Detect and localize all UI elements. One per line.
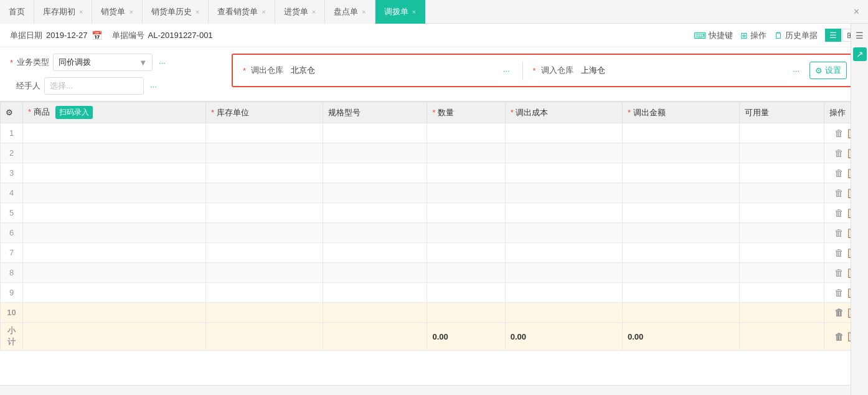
delete-icon-6[interactable]: 🗑	[834, 227, 844, 238]
tab-stocktake-close[interactable]: ×	[362, 8, 366, 16]
row-available-9[interactable]	[740, 283, 824, 303]
transfer-in-more[interactable]: ···	[790, 66, 802, 75]
tab-sales-history[interactable]: 销货单历史 ×	[143, 0, 209, 24]
row-unit-4[interactable]	[205, 183, 323, 203]
sidebar-export-icon[interactable]: ↗	[853, 47, 867, 61]
row-product-7[interactable]	[23, 243, 206, 263]
scan-button[interactable]: 扫码录入	[55, 106, 93, 119]
row-spec-3[interactable]	[323, 163, 427, 183]
tab-inventory-init-close[interactable]: ×	[79, 8, 83, 16]
row-amount-7[interactable]	[622, 243, 739, 263]
row-amount-6[interactable]	[622, 223, 739, 243]
row-spec-8[interactable]	[323, 263, 427, 283]
business-type-more[interactable]: ···	[156, 58, 168, 67]
tab-transfer-close[interactable]: ×	[412, 8, 416, 16]
row-product-5[interactable]	[23, 203, 206, 223]
col-gear[interactable]: ⚙	[1, 102, 23, 123]
row-amount-3[interactable]	[622, 163, 739, 183]
delete-icon-7[interactable]: 🗑	[834, 247, 844, 258]
row-spec-5[interactable]	[323, 203, 427, 223]
tab-stocktake[interactable]: 盘点单 ×	[325, 0, 375, 24]
row-unit-6[interactable]	[205, 223, 323, 243]
tab-home[interactable]: 首页	[0, 0, 34, 24]
business-type-select[interactable]: 同价调拨 ▼	[53, 54, 153, 71]
row-amount-8[interactable]	[622, 263, 739, 283]
row-unit-2[interactable]	[205, 143, 323, 163]
delete-icon-4[interactable]: 🗑	[834, 188, 844, 198]
row-product-10[interactable]	[23, 303, 206, 323]
row-quantity-2[interactable]	[427, 143, 505, 163]
row-available-10[interactable]	[740, 303, 824, 323]
tab-view-sales[interactable]: 查看销货单 ×	[209, 0, 275, 24]
row-product-4[interactable]	[23, 183, 206, 203]
row-quantity-8[interactable]	[427, 263, 505, 283]
tab-sales-history-close[interactable]: ×	[196, 8, 199, 16]
row-spec-7[interactable]	[323, 243, 427, 263]
sidebar-list-icon[interactable]: ☰	[853, 29, 867, 42]
row-quantity-6[interactable]	[427, 223, 505, 243]
row-spec-2[interactable]	[323, 143, 427, 163]
row-product-3[interactable]	[23, 163, 206, 183]
row-spec-10[interactable]	[323, 303, 427, 323]
handler-select[interactable]: 选择...	[44, 77, 144, 95]
tab-sales-order-close[interactable]: ×	[129, 8, 133, 16]
tab-inventory-init[interactable]: 库存期初 ×	[34, 0, 92, 24]
row-spec-4[interactable]	[323, 183, 427, 203]
delete-icon-2[interactable]: 🗑	[834, 148, 844, 158]
tab-sales-order[interactable]: 销货单 ×	[92, 0, 142, 24]
row-unit-1[interactable]	[205, 123, 323, 143]
delete-icon-9[interactable]: 🗑	[834, 287, 844, 298]
row-amount-2[interactable]	[622, 143, 739, 163]
shortcuts-button[interactable]: ⌨ 快捷键	[694, 30, 733, 41]
row-amount-5[interactable]	[622, 203, 739, 223]
row-cost-1[interactable]	[505, 123, 622, 143]
delete-icon-10[interactable]: 🗑	[834, 307, 844, 318]
row-spec-1[interactable]	[323, 123, 427, 143]
tab-view-sales-close[interactable]: ×	[262, 8, 265, 16]
calendar-icon[interactable]: 📅	[92, 31, 102, 40]
row-cost-2[interactable]	[505, 143, 622, 163]
row-quantity-4[interactable]	[427, 183, 505, 203]
history-button[interactable]: 🗒 历史单据	[774, 30, 818, 41]
operations-button[interactable]: ⊞ 操作	[740, 30, 767, 41]
row-quantity-3[interactable]	[427, 163, 505, 183]
row-unit-9[interactable]	[205, 283, 323, 303]
row-quantity-5[interactable]	[427, 203, 505, 223]
row-unit-7[interactable]	[205, 243, 323, 263]
row-cost-9[interactable]	[505, 283, 622, 303]
row-available-1[interactable]	[740, 123, 824, 143]
row-product-8[interactable]	[23, 263, 206, 283]
row-available-7[interactable]	[740, 243, 824, 263]
row-unit-5[interactable]	[205, 203, 323, 223]
row-available-3[interactable]	[740, 163, 824, 183]
row-cost-5[interactable]	[505, 203, 622, 223]
row-quantity-7[interactable]	[427, 243, 505, 263]
row-amount-9[interactable]	[622, 283, 739, 303]
row-available-4[interactable]	[740, 183, 824, 203]
row-cost-8[interactable]	[505, 263, 622, 283]
delete-icon-5[interactable]: 🗑	[834, 207, 844, 218]
settings-button[interactable]: ⚙ 设置	[809, 62, 847, 79]
row-spec-9[interactable]	[323, 283, 427, 303]
row-unit-3[interactable]	[205, 163, 323, 183]
row-cost-3[interactable]	[505, 163, 622, 183]
row-product-2[interactable]	[23, 143, 206, 163]
row-available-2[interactable]	[740, 143, 824, 163]
row-amount-4[interactable]	[622, 183, 739, 203]
row-quantity-9[interactable]	[427, 283, 505, 303]
view-list-button[interactable]: ☰	[825, 29, 841, 42]
delete-icon-8[interactable]: 🗑	[834, 267, 844, 278]
row-cost-7[interactable]	[505, 243, 622, 263]
row-available-5[interactable]	[740, 203, 824, 223]
delete-icon-1[interactable]: 🗑	[834, 128, 844, 138]
row-quantity-10[interactable]	[427, 303, 505, 323]
row-available-6[interactable]	[740, 223, 824, 243]
row-product-1[interactable]	[23, 123, 206, 143]
tab-transfer[interactable]: 调拨单 ×	[375, 0, 425, 24]
row-available-8[interactable]	[740, 263, 824, 283]
row-cost-4[interactable]	[505, 183, 622, 203]
tab-purchase-order-close[interactable]: ×	[312, 8, 316, 16]
row-amount-1[interactable]	[622, 123, 739, 143]
transfer-out-more[interactable]: ···	[501, 66, 512, 75]
row-product-6[interactable]	[23, 223, 206, 243]
